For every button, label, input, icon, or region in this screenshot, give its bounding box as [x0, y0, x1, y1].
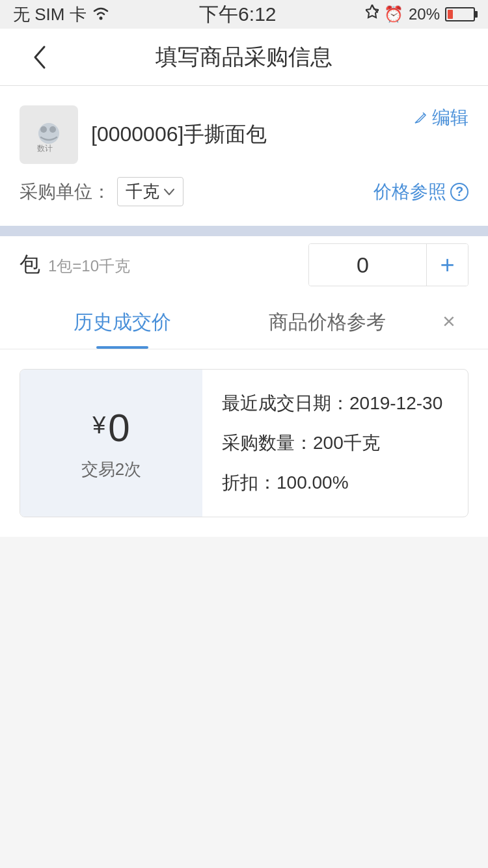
- svg-text:数计: 数计: [37, 144, 53, 153]
- quantity-row: 包 1包=10千克 +: [0, 236, 488, 293]
- alarm-icon: ⏰: [384, 5, 403, 23]
- help-icon: ?: [450, 183, 468, 201]
- sim-label: 无 SIM 卡: [13, 3, 87, 26]
- battery-icon: [445, 7, 475, 21]
- status-left: 无 SIM 卡: [13, 3, 110, 26]
- status-bar: 无 SIM 卡 下午6:12 ⏰ 20%: [0, 0, 488, 29]
- unit-conversion: 1包=10千克: [48, 256, 130, 277]
- status-time: 下午6:12: [199, 1, 276, 28]
- currency-symbol: ¥: [92, 412, 105, 439]
- quantity-control: +: [308, 243, 468, 286]
- product-thumbnail: 数计: [20, 105, 78, 164]
- edit-label: 编辑: [432, 105, 468, 130]
- tabs-row: 历史成交价 商品价格参考 ×: [0, 293, 488, 349]
- tab-price-reference[interactable]: 商品价格参考: [224, 293, 429, 349]
- card-right: 最近成交日期：2019-12-30 采购数量：200千克 折扣：100.00%: [202, 370, 468, 517]
- location-icon: [366, 5, 379, 24]
- edit-button[interactable]: 编辑: [413, 105, 468, 130]
- recent-date-line: 最近成交日期：2019-12-30: [222, 389, 448, 418]
- price-card: ¥ 0 交易2次 最近成交日期：2019-12-30 采购数量：200千克 折扣…: [20, 369, 468, 517]
- unit-select[interactable]: 千克: [117, 177, 183, 206]
- increment-button[interactable]: +: [426, 244, 468, 286]
- bottom-panel: 历史成交价 商品价格参考 × ¥ 0 交易2次 最近成交日期：2019-12-3…: [0, 293, 488, 537]
- price-ref-label: 价格参照: [373, 180, 446, 204]
- unit-value: 千克: [126, 180, 159, 203]
- tab-history-price[interactable]: 历史成交价: [20, 293, 224, 349]
- quantity-left: 包 1包=10千克: [20, 251, 130, 279]
- product-name: [0000006]手撕面包: [91, 120, 267, 149]
- price-amount: ¥ 0: [92, 405, 129, 450]
- card-left: ¥ 0 交易2次: [20, 370, 202, 517]
- page-title: 填写商品采购信息: [156, 42, 332, 72]
- svg-point-0: [99, 16, 102, 20]
- product-header: 数计 [0000006]手撕面包 编辑: [20, 105, 468, 164]
- battery-percent: 20%: [409, 5, 440, 23]
- status-right: ⏰ 20%: [366, 5, 475, 24]
- back-button[interactable]: [20, 38, 59, 77]
- nav-bar: 填写商品采购信息: [0, 29, 488, 86]
- purchase-qty-line: 采购数量：200千克: [222, 429, 448, 458]
- svg-point-4: [49, 126, 56, 133]
- trade-count: 交易2次: [81, 458, 141, 481]
- unit-big: 包: [20, 251, 40, 279]
- product-meta: 采购单位： 千克 价格参照 ?: [20, 177, 468, 206]
- price-card-container: ¥ 0 交易2次 最近成交日期：2019-12-30 采购数量：200千克 折扣…: [0, 349, 488, 537]
- product-left: 数计 [0000006]手撕面包: [20, 105, 267, 164]
- close-panel-button[interactable]: ×: [429, 302, 468, 341]
- product-section: 数计 [0000006]手撕面包 编辑 采购单位： 千克 价格参照: [0, 86, 488, 226]
- quantity-input[interactable]: [309, 244, 426, 286]
- svg-point-3: [40, 126, 47, 133]
- wifi-icon: [92, 5, 110, 25]
- discount-line: 折扣：100.00%: [222, 468, 448, 498]
- price-ref-button[interactable]: 价格参照 ?: [373, 180, 468, 204]
- section-divider: [0, 226, 488, 236]
- price-value: 0: [108, 405, 129, 450]
- unit-label: 采购单位：: [20, 180, 111, 204]
